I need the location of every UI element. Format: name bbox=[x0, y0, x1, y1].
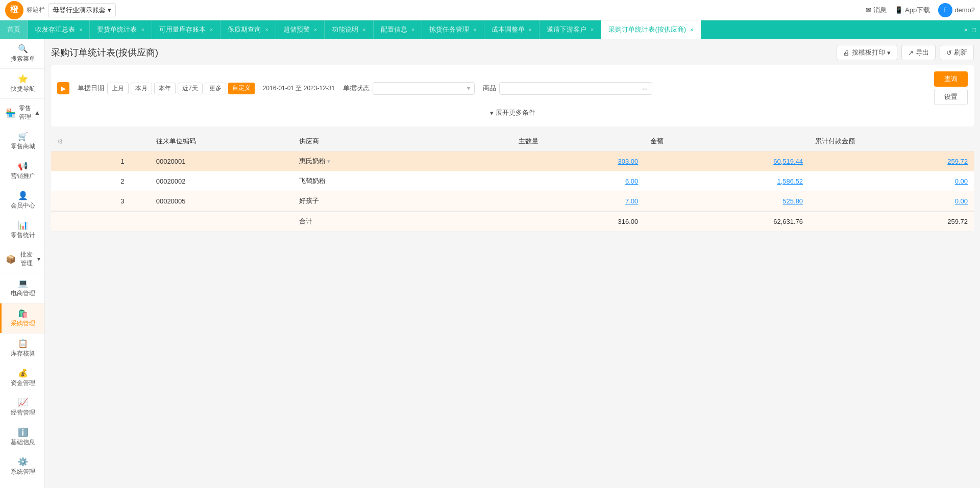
table-header: ⚙ 往来单位编码 供应商 主数量 金额 累计付款金额 bbox=[51, 132, 974, 151]
sidebar-item-search[interactable]: 🔍 搜索菜单 bbox=[0, 39, 44, 68]
close-icon[interactable]: × bbox=[210, 27, 213, 33]
expand-more-btn[interactable]: ▾ 展开更多条件 bbox=[490, 108, 535, 117]
paid-link[interactable]: 259.72 bbox=[947, 158, 968, 165]
close-icon[interactable]: × bbox=[529, 27, 532, 33]
table-body: 1 00020001 惠氏奶粉 ▾ 303.00 60,519.44 bbox=[51, 151, 974, 212]
qty-link[interactable]: 303.00 bbox=[618, 158, 638, 165]
print-button[interactable]: 🖨 按模板打印 ▾ bbox=[837, 45, 897, 60]
product-filter-wrap[interactable]: ··· bbox=[499, 82, 652, 95]
sidebar-item-member[interactable]: 👤 会员中心 bbox=[0, 186, 44, 215]
close-icon[interactable]: × bbox=[79, 27, 82, 33]
tab-end-buttons: × □ bbox=[964, 26, 980, 34]
maximize-btn[interactable]: □ bbox=[972, 26, 976, 34]
close-icon[interactable]: × bbox=[411, 27, 414, 33]
sidebar-item-label: 库存核算 bbox=[11, 349, 35, 358]
paid-link[interactable]: 0.00 bbox=[955, 197, 968, 205]
tab-order-stats[interactable]: 要货单统计表 × bbox=[90, 20, 152, 39]
close-icon[interactable]: × bbox=[473, 27, 476, 33]
sidebar-item-inventory[interactable]: 📋 库存核算 bbox=[0, 333, 44, 363]
sidebar-item-system[interactable]: ⚙️ 系统管理 bbox=[0, 452, 44, 481]
tab-invite-downstream[interactable]: 邀请下游客户 × bbox=[540, 20, 601, 39]
sidebar-item-wholesale[interactable]: 📦 批发管理 ▾ bbox=[0, 245, 44, 273]
date-btn-last-month[interactable]: 上月 bbox=[107, 83, 129, 94]
col-gear[interactable]: ⚙ bbox=[51, 132, 95, 151]
sidebar-item-retail-stats[interactable]: 📊 零售统计 bbox=[0, 215, 44, 245]
app-download-btn[interactable]: 📱 App下载 bbox=[895, 6, 930, 15]
settings-button[interactable]: 设置 bbox=[934, 89, 968, 105]
close-icon[interactable]: × bbox=[141, 27, 144, 33]
filter-date-item: 单据日期 上月 本月 本年 近7天 更多 自定义 bbox=[78, 83, 255, 94]
sidebar-item-marketing[interactable]: 📢 营销推广 bbox=[0, 156, 44, 186]
close-icon[interactable]: × bbox=[362, 27, 365, 33]
printer-icon: 🖨 bbox=[843, 49, 850, 57]
message-btn[interactable]: ✉ 消息 bbox=[866, 6, 887, 15]
close-all-btn[interactable]: × bbox=[964, 26, 968, 34]
tab-picking-task[interactable]: 拣货任务管理 × bbox=[422, 20, 484, 39]
sidebar-item-label: 采购管理 bbox=[11, 319, 35, 328]
product-filter-input[interactable] bbox=[504, 85, 642, 92]
tab-available-stock[interactable]: 可用量库存账本 × bbox=[152, 20, 220, 39]
close-icon[interactable]: × bbox=[265, 27, 268, 33]
table-row[interactable]: 2 00020002 飞鹤奶粉 6.00 1,586.52 0.00 bbox=[51, 171, 974, 191]
paid-link[interactable]: 0.00 bbox=[955, 177, 968, 185]
sidebar-item-label: 基础信息 bbox=[11, 438, 35, 447]
tab-config-info[interactable]: 配置信息 × bbox=[374, 20, 422, 39]
qty-link[interactable]: 6.00 bbox=[625, 177, 638, 185]
close-icon[interactable]: × bbox=[690, 27, 693, 33]
expand-row-icon[interactable]: ▾ bbox=[327, 158, 330, 164]
tab-home[interactable]: 首页 bbox=[0, 20, 28, 39]
date-btn-more[interactable]: 更多 bbox=[205, 83, 226, 94]
row-check[interactable] bbox=[51, 171, 95, 191]
row-check[interactable] bbox=[51, 151, 95, 171]
tab-label: 成本调整单 bbox=[492, 25, 525, 34]
workspace-selector[interactable]: 母婴行业演示账套 ▾ bbox=[48, 3, 116, 17]
sidebar-group-quicknav: ⭐ 快捷导航 bbox=[0, 69, 44, 99]
sidebar-item-ops[interactable]: 📈 经营管理 bbox=[0, 393, 44, 422]
sidebar-item-basic-info[interactable]: ℹ️ 基础信息 bbox=[0, 422, 44, 452]
sidebar-item-quicknav[interactable]: ⭐ 快捷导航 bbox=[0, 69, 44, 98]
user-profile[interactable]: E demo2 bbox=[938, 3, 975, 17]
tab-expiry-query[interactable]: 保质期查询 × bbox=[220, 20, 276, 39]
table-row[interactable]: 1 00020001 惠氏奶粉 ▾ 303.00 60,519.44 bbox=[51, 151, 974, 171]
filter-toggle-btn[interactable]: ▶ bbox=[57, 82, 69, 94]
date-btn-7days[interactable]: 近7天 bbox=[178, 83, 203, 94]
close-icon[interactable]: × bbox=[314, 27, 317, 33]
amount-link[interactable]: 525.80 bbox=[782, 197, 803, 205]
date-range-display: 2016-01-01 至 2023-12-31 bbox=[263, 84, 335, 93]
row-paid: 0.00 bbox=[809, 191, 974, 212]
sidebar-item-retail-shop[interactable]: 🛒 零售商城 bbox=[0, 126, 44, 156]
export-label: 导出 bbox=[916, 48, 929, 57]
tab-function-desc[interactable]: 功能说明 × bbox=[325, 20, 373, 39]
sidebar-item-retail-mgmt[interactable]: 🏪 零售管理 ▲ bbox=[0, 99, 44, 126]
tab-label: 邀请下游客户 bbox=[547, 25, 586, 34]
close-icon[interactable]: × bbox=[591, 27, 594, 33]
tab-overstock-warning[interactable]: 超储预警 × bbox=[276, 20, 325, 39]
custom-tag: 自定义 bbox=[228, 83, 255, 94]
col-amount-header: 金额 bbox=[644, 132, 809, 151]
row-check[interactable] bbox=[51, 191, 95, 212]
amount-link[interactable]: 1,586.52 bbox=[777, 177, 803, 185]
query-button[interactable]: 查询 bbox=[934, 71, 968, 87]
date-btn-this-month[interactable]: 本月 bbox=[131, 83, 152, 94]
status-filter-wrap[interactable]: ▾ bbox=[373, 82, 475, 95]
qty-link[interactable]: 7.00 bbox=[625, 197, 638, 205]
tab-label: 可用量库存账本 bbox=[159, 25, 206, 34]
tab-cost-adjust[interactable]: 成本调整单 × bbox=[484, 20, 540, 39]
tab-label: 要货单统计表 bbox=[97, 25, 137, 34]
amount-link[interactable]: 60,519.44 bbox=[773, 158, 803, 165]
sidebar-item-purchase[interactable]: 🛍️ 采购管理 bbox=[0, 303, 44, 333]
sidebar-item-collab[interactable]: 🤝 企业协同 bbox=[0, 481, 44, 488]
tab-label: 拣货任务管理 bbox=[429, 25, 469, 34]
tab-stock-summary[interactable]: 收发存汇总表 × bbox=[28, 20, 90, 39]
expand-label: 展开更多条件 bbox=[496, 108, 535, 117]
tab-purchase-stats[interactable]: 采购订单统计表(按供应商) × bbox=[601, 20, 701, 39]
status-filter-input[interactable] bbox=[377, 85, 465, 92]
data-table: ⚙ 往来单位编码 供应商 主数量 金额 累计付款金额 bbox=[51, 132, 974, 232]
table-row[interactable]: 3 00020005 好孩子 7.00 525.80 0.00 bbox=[51, 191, 974, 212]
export-button[interactable]: ↗ 导出 bbox=[901, 45, 936, 60]
col-qty-header: 主数量 bbox=[512, 132, 644, 151]
refresh-button[interactable]: ↺ 刷新 bbox=[940, 45, 974, 60]
date-btn-this-year[interactable]: 本年 bbox=[154, 83, 176, 94]
sidebar-item-ecommerce[interactable]: 💻 电商管理 bbox=[0, 273, 44, 303]
sidebar-item-finance[interactable]: 💰 资金管理 bbox=[0, 363, 44, 393]
